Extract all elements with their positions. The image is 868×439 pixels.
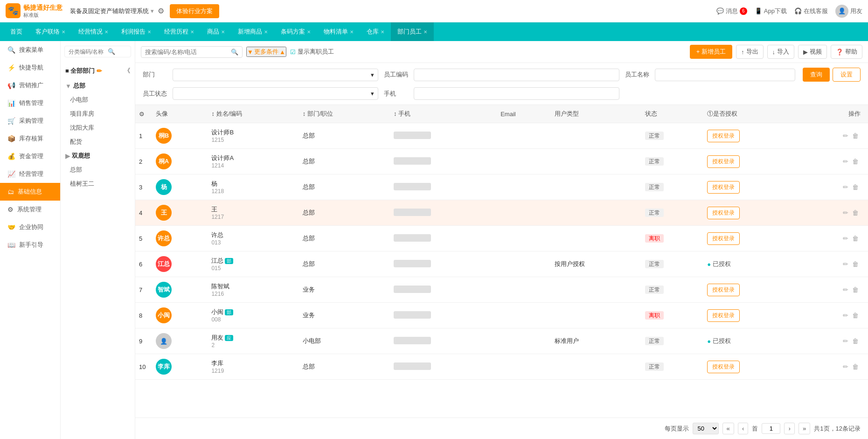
page-number-input[interactable]	[762, 423, 780, 434]
message-btn[interactable]: 💬 消息 6	[716, 7, 747, 15]
auth-btn[interactable]: 授权登录	[707, 284, 740, 296]
edit-btn[interactable]: ✏	[843, 337, 848, 345]
trial-button[interactable]: 体验行业方案	[170, 4, 219, 18]
edit-btn[interactable]: ✏	[843, 209, 848, 216]
filter-empcode-input[interactable]	[414, 69, 619, 81]
dept-item-zongbu[interactable]: 总部	[61, 163, 135, 177]
sidebar-item-search[interactable]: 🔍 搜索菜单	[0, 41, 60, 59]
delete-btn[interactable]: 🗑	[852, 183, 859, 191]
auth-btn[interactable]: 授权登录	[707, 130, 740, 142]
dept-item-peihuo[interactable]: 配货	[61, 135, 135, 149]
tab-department[interactable]: 部门员工 ✕	[391, 22, 434, 41]
delete-btn[interactable]: 🗑	[852, 312, 859, 319]
tab-barcode[interactable]: 条码方案 ✕	[274, 22, 317, 41]
close-icon[interactable]: ✕	[381, 29, 384, 35]
delete-btn[interactable]: 🗑	[852, 363, 859, 370]
edit-btn[interactable]: ✏	[843, 260, 848, 268]
more-filter-btn[interactable]: ▼ 更多条件 ▲	[246, 47, 286, 57]
th-dept[interactable]: ↕ 部门/职位	[299, 105, 390, 123]
close-icon[interactable]: ✕	[62, 29, 65, 35]
close-icon[interactable]: ✕	[221, 29, 225, 35]
sidebar-item-basic[interactable]: 🗂 基础信息	[0, 183, 60, 201]
tab-operation[interactable]: 经营情况 ✕	[72, 22, 115, 41]
dept-add-icon[interactable]: ✏	[97, 67, 102, 75]
sidebar-item-shortcut[interactable]: ⚡ 快捷导航	[0, 59, 60, 77]
import-btn[interactable]: ↓ 导入	[767, 45, 795, 59]
query-btn[interactable]: 查询	[803, 68, 830, 82]
sidebar-item-marketing[interactable]: 📢 营销推广	[0, 77, 60, 94]
dept-item-shenyang[interactable]: 沈阳大库	[61, 121, 135, 135]
last-page-btn[interactable]: »	[799, 423, 810, 434]
delete-btn[interactable]: 🗑	[852, 337, 859, 345]
page-size-select[interactable]: 50 20 100	[693, 423, 719, 434]
sidebar-item-finance[interactable]: 💰 资金管理	[0, 147, 60, 165]
tab-goods[interactable]: 商品 ✕	[201, 22, 231, 41]
th-settings[interactable]: ⚙	[135, 105, 152, 123]
view-btn[interactable]: ▶ 视频	[798, 45, 827, 59]
auth-btn[interactable]: 授权登录	[707, 207, 740, 219]
edit-btn[interactable]: ✏	[843, 158, 848, 165]
dept-collapse-icon[interactable]: 《	[124, 67, 130, 75]
edit-btn[interactable]: ✏	[843, 183, 848, 191]
auth-btn[interactable]: 授权登录	[707, 155, 740, 168]
sidebar-item-sales[interactable]: 📊 销售管理	[0, 94, 60, 112]
th-phone[interactable]: ↕ 手机	[390, 105, 497, 123]
tab-home[interactable]: 首页	[4, 22, 29, 41]
dept-item-project[interactable]: 项目库房	[61, 107, 135, 121]
app-download-btn[interactable]: 📱 App下载	[755, 7, 787, 15]
close-icon[interactable]: ✕	[264, 29, 268, 35]
settings-icon[interactable]: ⚙	[158, 7, 164, 15]
close-icon[interactable]: ✕	[350, 29, 354, 35]
sidebar-item-inventory[interactable]: 📦 库存核算	[0, 130, 60, 147]
filter-phone-input[interactable]	[414, 87, 619, 100]
help-btn[interactable]: ❓ 帮助	[831, 45, 862, 59]
delete-btn[interactable]: 🗑	[852, 209, 859, 216]
dept-search-icon[interactable]: 🔍	[108, 48, 115, 55]
dept-search-input[interactable]	[69, 49, 106, 55]
close-icon[interactable]: ✕	[104, 29, 108, 35]
show-resigned-toggle[interactable]: ☑ 显示离职员工	[290, 48, 334, 56]
sidebar-item-collab[interactable]: 🤝 企业协同	[0, 218, 60, 236]
close-icon[interactable]: ✕	[307, 29, 311, 35]
th-name[interactable]: ↕ 姓名/编码	[208, 105, 299, 123]
auth-btn[interactable]: 授权登录	[707, 361, 740, 373]
close-icon[interactable]: ✕	[424, 29, 427, 35]
sidebar-item-purchase[interactable]: 🛒 采购管理	[0, 112, 60, 130]
filter-status-select[interactable]: ▾	[173, 87, 378, 100]
title-dropdown-icon[interactable]: ▾	[151, 7, 154, 14]
edit-btn[interactable]: ✏	[843, 235, 848, 242]
sidebar-item-system[interactable]: ⚙ 系统管理	[0, 201, 60, 218]
export-btn[interactable]: ↑ 导出	[736, 45, 764, 59]
tab-customer[interactable]: 客户联络 ✕	[29, 22, 72, 41]
sidebar-item-management[interactable]: 📈 经营管理	[0, 165, 60, 183]
delete-btn[interactable]: 🗑	[852, 132, 859, 139]
close-icon[interactable]: ✕	[147, 29, 151, 35]
edit-btn[interactable]: ✏	[843, 286, 848, 293]
filter-empname-input[interactable]	[655, 69, 795, 81]
reset-btn[interactable]: 设置	[833, 68, 861, 82]
delete-btn[interactable]: 🗑	[852, 260, 859, 268]
delete-btn[interactable]: 🗑	[852, 158, 859, 165]
prev-page-btn[interactable]: ‹	[738, 423, 748, 434]
online-service-btn[interactable]: 🎧 在线客服	[794, 7, 828, 15]
add-employee-btn[interactable]: + 新增员工	[690, 45, 732, 59]
edit-btn[interactable]: ✏	[843, 132, 848, 139]
dept-group-zongbu[interactable]: ▼ 总部	[61, 79, 135, 93]
sidebar-item-guide[interactable]: 📖 新手引导	[0, 236, 60, 254]
first-page-btn[interactable]: «	[722, 423, 734, 434]
search-input[interactable]	[145, 49, 229, 56]
close-icon[interactable]: ✕	[190, 29, 194, 35]
edit-btn[interactable]: ✏	[843, 363, 848, 370]
auth-btn[interactable]: 授权登录	[707, 232, 740, 245]
dept-item-xiaodibu[interactable]: 小电部	[61, 93, 135, 107]
filter-dept-select[interactable]: ▾	[173, 69, 378, 81]
auth-btn[interactable]: 授权登录	[707, 309, 740, 322]
tab-history[interactable]: 经营历程 ✕	[158, 22, 201, 41]
user-profile-btn[interactable]: 👤 用友	[835, 5, 862, 18]
tab-warehouse[interactable]: 仓库 ✕	[360, 22, 391, 41]
delete-btn[interactable]: 🗑	[852, 286, 859, 293]
auth-btn[interactable]: 授权登录	[707, 181, 740, 194]
tab-bom[interactable]: 物料清单 ✕	[317, 22, 360, 41]
tab-profit[interactable]: 利润报告 ✕	[115, 22, 158, 41]
next-page-btn[interactable]: ›	[784, 423, 794, 434]
